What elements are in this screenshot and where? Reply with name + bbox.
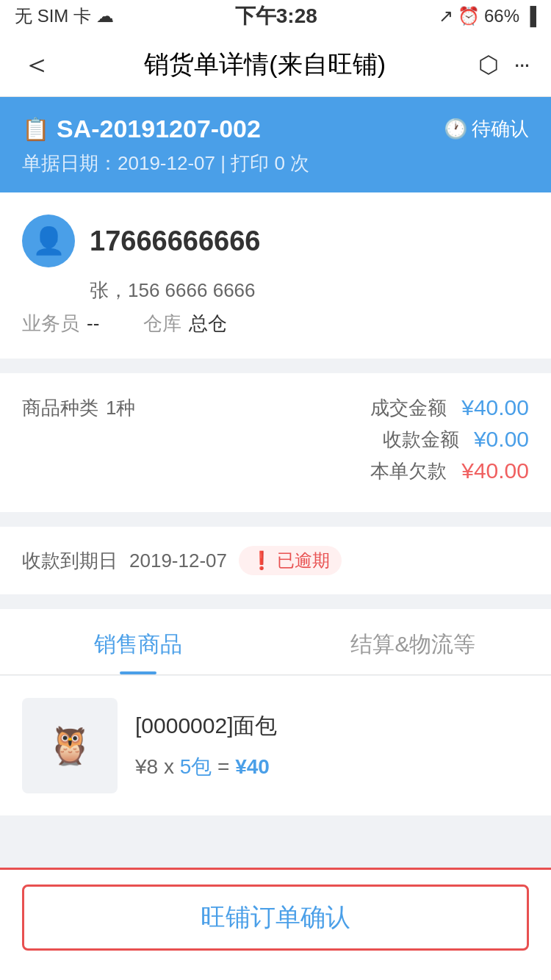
amounts-section: 成交金额 ¥40.00 收款金额 ¥0.00 本单欠款 ¥40.00: [370, 395, 529, 490]
product-name: [0000002]面包: [135, 711, 529, 741]
payment-amount-value: ¥0.00: [474, 427, 529, 453]
order-icon: 📋: [22, 116, 49, 142]
warning-icon: ❗: [251, 550, 273, 571]
customer-phone: 17666666666: [90, 226, 260, 257]
warehouse-value: 总仓: [189, 311, 227, 336]
status-bar: 无 SIM 卡 ☁ 下午3:28 ↗ ⏰ 66% ▐: [0, 0, 551, 32]
deal-amount-value: ¥40.00: [461, 395, 529, 421]
product-logo-icon: 🦉: [47, 724, 93, 767]
avatar: 👤: [22, 215, 75, 267]
customer-name: 张，156 6666 6666: [90, 278, 529, 303]
overdue-label: 已逾期: [277, 549, 330, 572]
clock-icon: 🕐: [444, 118, 467, 140]
payment-amount-label: 收款金额: [383, 427, 459, 453]
deal-amount-label: 成交金额: [370, 395, 447, 421]
tab-sales[interactable]: 销售商品: [0, 609, 276, 674]
battery-icon: ▐: [524, 6, 536, 26]
location-icon: ↗: [439, 6, 453, 26]
share-icon[interactable]: ⬡: [478, 51, 499, 79]
owed-amount-label: 本单欠款: [370, 458, 447, 484]
due-date-value: 2019-12-07: [129, 550, 227, 572]
person-icon: 👤: [32, 226, 65, 256]
alarm-icon: ⏰: [458, 6, 480, 26]
more-icon[interactable]: ···: [514, 51, 529, 78]
battery-status: 66%: [484, 6, 519, 26]
customer-meta: 业务员 -- 仓库 总仓: [22, 311, 529, 336]
summary-card: 商品种类 1种 成交金额 ¥40.00 收款金额 ¥0.00 本单欠款 ¥40.…: [0, 373, 551, 512]
confirm-order-button[interactable]: 旺铺订单确认: [22, 884, 529, 951]
status-time: 下午3:28: [235, 2, 317, 30]
product-types-label: 商品种类: [22, 395, 98, 421]
product-price: ¥8 x 5包 = ¥40: [135, 753, 529, 781]
price-base: ¥8 x: [135, 755, 180, 778]
product-info: [0000002]面包 ¥8 x 5包 = ¥40: [135, 711, 529, 781]
product-item: 🦉 [0000002]面包 ¥8 x 5包 = ¥40: [0, 676, 551, 815]
bottom-action-area: 旺铺订单确认: [0, 868, 551, 980]
price-qty: 5包: [180, 755, 212, 778]
order-id: 📋 SA-20191207-002: [22, 115, 261, 143]
order-date: 单据日期：2019-12-07 | 打印 0 次: [22, 151, 529, 176]
page-title: 销货单详情(来自旺铺): [144, 48, 386, 82]
due-date-label: 收款到期日: [22, 548, 118, 574]
price-equals: =: [212, 755, 235, 778]
nav-bar: ＜ 销货单详情(来自旺铺) ⬡ ···: [0, 32, 551, 97]
tabs: 销售商品 结算&物流等: [0, 609, 551, 675]
tab-settlement[interactable]: 结算&物流等: [276, 609, 551, 674]
status-right: ↗ ⏰ 66% ▐: [439, 6, 536, 26]
product-thumbnail: 🦉: [22, 698, 118, 793]
sim-status: 无 SIM 卡 ☁: [15, 4, 114, 28]
product-types-value: 1种: [106, 395, 135, 421]
overdue-badge: ❗ 已逾期: [239, 546, 342, 575]
back-button[interactable]: ＜: [22, 44, 51, 84]
customer-card: 👤 17666666666 张，156 6666 6666 业务员 -- 仓库 …: [0, 192, 551, 359]
due-date-card: 收款到期日 2019-12-07 ❗ 已逾期: [0, 527, 551, 594]
order-status: 🕐 待确认: [444, 116, 529, 142]
owed-amount-value: ¥40.00: [461, 458, 529, 484]
price-total: ¥40: [235, 755, 270, 778]
nav-icons: ⬡ ···: [478, 51, 529, 79]
product-section: 🦉 [0000002]面包 ¥8 x 5包 = ¥40: [0, 676, 551, 815]
warehouse-label: 仓库: [143, 311, 181, 336]
salesperson-value: --: [87, 312, 99, 335]
order-header: 📋 SA-20191207-002 🕐 待确认 单据日期：2019-12-07 …: [0, 97, 551, 192]
status-left: 无 SIM 卡 ☁: [15, 4, 114, 28]
salesperson-label: 业务员: [22, 311, 79, 336]
